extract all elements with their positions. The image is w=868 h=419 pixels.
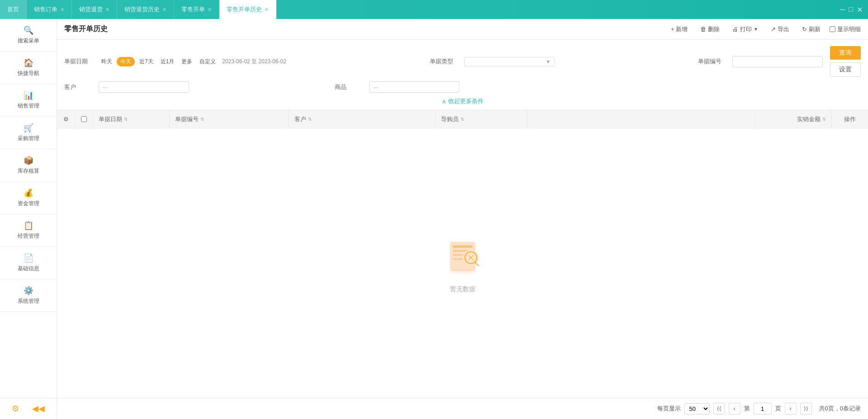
filter-row-1: 单据日期 昨天 今天 近7天 近1月 更多 自定义 2023-06-02 至 2… (64, 46, 861, 77)
date-btn-yesterday[interactable]: 昨天 (99, 57, 115, 66)
sort-icon-number: ⇅ (200, 117, 204, 122)
display-detail-checkbox[interactable] (830, 26, 835, 32)
number-input[interactable] (732, 56, 823, 67)
tab-return-label: 销货退货 (79, 5, 103, 14)
sidebar-item-finance[interactable]: 💰 资金管理 (0, 182, 57, 214)
close-icon[interactable]: ✕ (105, 7, 109, 13)
refresh-icon: ↻ (802, 26, 807, 33)
refresh-button[interactable]: ↻ 刷新 (798, 24, 824, 35)
print-icon: 🖨 (732, 26, 738, 33)
date-btn-today[interactable]: 今天 (117, 57, 135, 66)
export-button[interactable]: ↗ 导出 (767, 24, 793, 35)
sidebar-bottom: ⚙ ◀◀ (0, 398, 57, 419)
finance-icon: 💰 (24, 188, 33, 198)
sidebar-label-inventory: 库存核算 (18, 167, 39, 175)
th-guide[interactable]: 导购员 ⇅ (436, 110, 528, 128)
display-detail-toggle[interactable]: 显示明细 (830, 25, 861, 33)
page-label: 第 (744, 405, 750, 413)
tab-return[interactable]: 销货退货 ✕ (72, 0, 117, 19)
sidebar-item-system[interactable]: ⚙️ 系统管理 (0, 279, 57, 312)
sales-icon: 📊 (24, 90, 33, 100)
date-range-display: 2023-06-02 至 2023-06-02 (222, 58, 286, 66)
th-client[interactable]: 客户 ⇅ (289, 110, 436, 128)
top-bar: 首页 销售订单 ✕ 销货退货 ✕ 销货退货历史 ✕ 零售开单 ✕ 零售开单历史 … (0, 0, 868, 19)
collapse-text: 收起更多条件 (448, 97, 484, 105)
close-icon[interactable]: ✕ (60, 7, 64, 13)
tab-sales-order[interactable]: 销售订单 ✕ (27, 0, 72, 19)
sidebar: 🔍 搜索采单 🏠 快捷导航 📊 销售管理 🛒 采购管理 📦 库存核算 💰 资金管… (0, 19, 57, 419)
type-label: 单据类型 (430, 57, 457, 66)
add-button-label: + 新增 (671, 25, 688, 33)
first-page-btn[interactable]: ⟨⟨ (713, 403, 725, 414)
delete-button-label: 删除 (708, 25, 720, 33)
sidebar-item-purchase[interactable]: 🛒 采购管理 (0, 117, 57, 149)
sidebar-item-search[interactable]: 🔍 搜索采单 (0, 19, 57, 52)
window-maximize[interactable]: □ (849, 5, 853, 14)
page-size-select[interactable]: 50 100 200 (684, 403, 710, 414)
select-all-checkbox[interactable] (81, 116, 87, 122)
type-select[interactable]: ▼ (464, 57, 555, 66)
last-page-btn[interactable]: ⟩⟩ (800, 403, 812, 414)
goods-label: 商品 (335, 83, 362, 91)
sort-icon-client: ⇅ (308, 117, 312, 122)
print-button[interactable]: 🖨 打印 ▼ (729, 24, 762, 35)
tab-return-history[interactable]: 销货退货历史 ✕ (117, 0, 174, 19)
th-date[interactable]: 单据日期 ⇅ (93, 110, 170, 128)
tab-retail-history[interactable]: 零售开单历史 ✕ (219, 0, 276, 19)
settings-bottom-icon[interactable]: ⚙ (12, 404, 19, 414)
close-icon[interactable]: ✕ (162, 7, 166, 13)
empty-illustration (440, 233, 485, 278)
client-input[interactable]: ··· (99, 81, 189, 93)
page-size-label: 每页显示 (657, 405, 681, 413)
collapse-sidebar-icon[interactable]: ◀◀ (32, 404, 45, 414)
sidebar-item-basic[interactable]: 📄 基础信息 (0, 247, 57, 279)
sidebar-label-nav: 快捷导航 (18, 70, 39, 77)
date-btn-7days[interactable]: 近7天 (137, 57, 156, 66)
display-detail-label: 显示明细 (837, 25, 861, 33)
empty-text: 暂无数据 (450, 285, 475, 293)
settings-gear-icon: ⚙ (63, 116, 69, 122)
th-action: 操作 (832, 110, 868, 128)
sidebar-label-management: 经营管理 (18, 232, 39, 240)
window-minimize[interactable]: ─ (840, 5, 845, 14)
prev-page-btn[interactable]: ‹ (729, 403, 740, 414)
tab-retail-open-label: 零售开单 (181, 5, 205, 14)
window-close[interactable]: ✕ (857, 5, 863, 14)
filter-date-btns: 昨天 今天 近7天 近1月 更多 自定义 2023-06-02 至 2023-0… (99, 57, 286, 66)
number-label: 单据编号 (698, 57, 725, 66)
add-button[interactable]: + 新增 (667, 24, 691, 35)
query-settings-col: 查询 设置 (830, 46, 861, 77)
total-info: 共0页，0条记录 (819, 405, 861, 413)
date-btn-custom[interactable]: 自定义 (197, 57, 218, 66)
top-bar-right: ─ □ ✕ (840, 5, 868, 14)
sidebar-item-sales[interactable]: 📊 销售管理 (0, 84, 57, 117)
sidebar-item-nav[interactable]: 🏠 快捷导航 (0, 52, 57, 84)
client-dots: ··· (103, 84, 108, 90)
content-area: 零售开单历史 + 新增 🗑 删除 🖨 打印 ▼ ↗ 导出 (57, 19, 868, 419)
settings-button[interactable]: 设置 (830, 62, 861, 77)
th-client-label: 客户 (294, 115, 306, 123)
export-icon: ↗ (771, 26, 776, 33)
th-number[interactable]: 单据编号 ⇅ (170, 110, 289, 128)
query-button[interactable]: 查询 (830, 46, 861, 60)
th-amount[interactable]: 实销金额 ⇅ (755, 110, 832, 128)
close-icon[interactable]: ✕ (265, 7, 269, 13)
collapse-button[interactable]: ∧ 收起更多条件 (442, 97, 484, 105)
sidebar-item-inventory[interactable]: 📦 库存核算 (0, 149, 57, 182)
date-btn-1month[interactable]: 近1月 (158, 57, 177, 66)
goods-input[interactable]: ··· (369, 81, 460, 93)
next-page-btn[interactable]: › (785, 403, 797, 414)
filter-row-2: 客户 ··· 商品 ··· (64, 81, 861, 93)
tab-home[interactable]: 首页 (0, 0, 27, 19)
tab-retail-open[interactable]: 零售开单 ✕ (174, 0, 219, 19)
th-amount-label: 实销金额 (797, 115, 821, 123)
date-btn-more[interactable]: 更多 (179, 57, 195, 66)
delete-button[interactable]: 🗑 删除 (697, 24, 723, 35)
th-settings[interactable]: ⚙ (57, 110, 75, 128)
th-checkbox[interactable] (75, 110, 93, 128)
page-input[interactable] (754, 403, 772, 414)
toolbar: 零售开单历史 + 新增 🗑 删除 🖨 打印 ▼ ↗ 导出 (57, 19, 868, 40)
tab-home-label: 首页 (7, 5, 19, 14)
close-icon[interactable]: ✕ (208, 7, 212, 13)
sidebar-item-management[interactable]: 📋 经营管理 (0, 214, 57, 247)
